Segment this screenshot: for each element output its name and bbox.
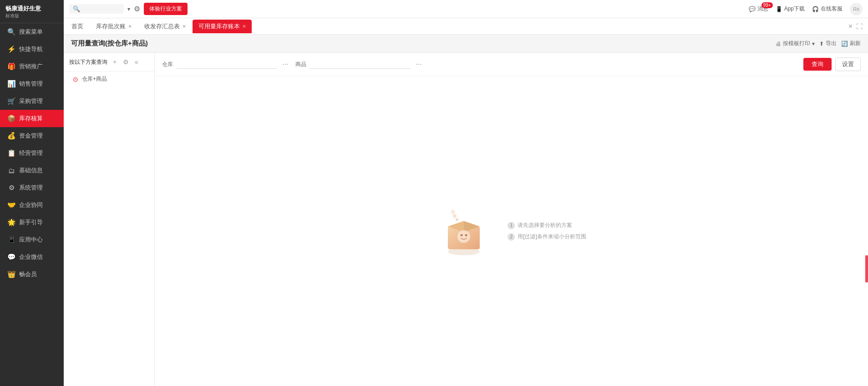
operations-icon: 📋 (7, 149, 15, 157)
member-icon: 👑 (7, 270, 15, 278)
message-badge: 99+ (761, 2, 773, 8)
close-all-icon[interactable]: × (848, 22, 853, 31)
product-label: 商品 (295, 61, 306, 68)
refresh-button[interactable]: 🔄 刷新 (841, 40, 861, 47)
sidebar-item-appcenter[interactable]: 📱 应用中心 (0, 231, 64, 248)
sidebar-item-label: 资金管理 (19, 132, 43, 140)
filter-header-text: 按以下方案查询 (69, 58, 107, 66)
app-download-icon: 📱 (776, 6, 782, 12)
sidebar-item-basic[interactable]: 🗂 基础信息 (0, 162, 64, 179)
hint-number-2: 2 (508, 233, 515, 241)
user-avatar[interactable]: Rit (850, 3, 863, 15)
sidebar-item-label: 营销推广 (19, 62, 43, 71)
wechat-icon: 💬 (7, 253, 15, 261)
product-more-button[interactable]: ··· (416, 60, 421, 68)
empty-hint-1: 1 请先选择要分析的方案 (508, 221, 586, 229)
tab-summary-close[interactable]: × (183, 23, 186, 30)
sidebar-item-label: 销售管理 (19, 80, 43, 88)
sidebar-item-label: 系统管理 (19, 184, 43, 192)
empty-hint-2: 2 用[过滤]条件来缩小分析范围 (508, 233, 586, 241)
system-icon: ⚙ (7, 184, 15, 192)
product-field: 商品 ··· (295, 60, 421, 69)
appcenter-icon: 📱 (7, 236, 15, 244)
filter-item-warehouse-product[interactable]: ⊙ 仓库+商品 (64, 72, 154, 87)
search-input[interactable] (82, 6, 118, 12)
query-button[interactable]: 查询 (803, 58, 832, 71)
app-title: 畅康通好生意 (5, 5, 58, 13)
print-dropdown-icon: ▾ (812, 41, 815, 47)
print-icon: 🖨 (776, 41, 781, 47)
page-actions: 🖨 按模板打印 ▾ ⬆ 导出 🔄 刷新 (776, 40, 861, 47)
sidebar-item-newguide[interactable]: 🌟 新手引导 (0, 214, 64, 231)
tab-batch-close[interactable]: × (128, 23, 132, 30)
sales-icon: 📊 (7, 80, 15, 88)
sidebar-item-label: 企业微信 (19, 253, 43, 261)
filter-settings-button[interactable]: ⚙ (121, 57, 130, 67)
tab-batch[interactable]: 库存批次账 × (90, 20, 137, 33)
sidebar-item-system[interactable]: ⚙ 系统管理 (0, 179, 64, 196)
quick-icon: ⚡ (7, 45, 15, 53)
purchase-icon: 🛒 (7, 97, 15, 105)
sidebar-item-quick[interactable]: ⚡ 快捷导航 (0, 41, 64, 58)
online-service-button[interactable]: 🎧 在线客服 (812, 5, 843, 13)
content-area: 按以下方案查询 ＋ ⚙ « ⊙ 仓库+商品 仓库 ··· (64, 53, 868, 386)
sidebar-item-enterprise[interactable]: 🤝 企业协同 (0, 196, 64, 214)
settings-button[interactable]: 设置 (835, 57, 861, 71)
sidebar-item-label: 搜索菜单 (19, 28, 43, 36)
app-download-label: App下载 (784, 5, 805, 13)
empty-illustration (437, 204, 491, 258)
sidebar-item-search[interactable]: 🔍 搜索菜单 (0, 23, 64, 41)
message-icon: 💬 (749, 6, 756, 12)
marketing-icon: 🎁 (7, 62, 15, 71)
right-scrollbar (865, 255, 868, 283)
sidebar-item-finance[interactable]: 💰 资金管理 (0, 127, 64, 144)
refresh-label: 刷新 (850, 40, 861, 47)
filter-item-label: 仓库+商品 (82, 75, 107, 83)
sidebar: 畅康通好生意 标准版 🔍 搜索菜单 ⚡ 快捷导航 🎁 营销推广 📊 销售管理 🛒… (0, 0, 64, 386)
finance-icon: 💰 (7, 132, 15, 140)
tab-summary-label: 收发存汇总表 (144, 22, 180, 31)
sidebar-item-inventory[interactable]: 📦 库存核算 (0, 110, 64, 127)
sidebar-item-label: 企业协同 (19, 201, 43, 209)
hint-number-1: 1 (508, 222, 515, 229)
message-button[interactable]: 💬 消息 99+ (749, 5, 768, 13)
filter-header-icons: ＋ ⚙ « (110, 57, 141, 67)
query-actions: 查询 设置 (803, 57, 861, 71)
sidebar-item-operations[interactable]: 📋 经营管理 (0, 144, 64, 162)
print-label: 按模板打印 (783, 40, 810, 47)
warehouse-label: 仓库 (162, 61, 173, 68)
tab-available[interactable]: 可用量库存账本 × (193, 20, 252, 33)
topbar-dropdown-button[interactable]: ▾ (127, 6, 130, 12)
refresh-icon: 🔄 (841, 41, 848, 47)
tab-summary[interactable]: 收发存汇总表 × (138, 20, 192, 33)
empty-state: 1 请先选择要分析的方案 2 用[过滤]条件来缩小分析范围 (155, 76, 868, 386)
sidebar-item-marketing[interactable]: 🎁 营销推广 (0, 58, 64, 75)
trial-button[interactable]: 体验行业方案 (144, 3, 188, 15)
gear-icon[interactable]: ⚙ (134, 5, 140, 13)
topbar: 🔍 ▾ ⚙ 体验行业方案 💬 消息 99+ 📱 App下载 🎧 在线客服 Rit (64, 0, 868, 18)
expand-icon[interactable]: ⛶ (856, 23, 863, 30)
tab-home[interactable]: 首页 (66, 20, 89, 33)
warehouse-input[interactable] (177, 60, 277, 69)
search-icon: 🔍 (7, 28, 15, 36)
print-button[interactable]: 🖨 按模板打印 ▾ (776, 40, 815, 47)
sidebar-item-sales[interactable]: 📊 销售管理 (0, 75, 64, 93)
product-input[interactable] (310, 60, 410, 69)
empty-content: 1 请先选择要分析的方案 2 用[过滤]条件来缩小分析范围 (437, 204, 586, 258)
enterprise-icon: 🤝 (7, 201, 15, 209)
tab-available-close[interactable]: × (243, 23, 246, 30)
sidebar-item-member[interactable]: 👑 畅会员 (0, 266, 64, 283)
filter-collapse-button[interactable]: « (132, 57, 141, 67)
filter-add-button[interactable]: ＋ (110, 57, 119, 67)
user-name: Rit (853, 6, 859, 12)
export-button[interactable]: ⬆ 导出 (819, 40, 837, 47)
sidebar-item-wechat[interactable]: 💬 企业微信 (0, 248, 64, 266)
sidebar-item-purchase[interactable]: 🛒 采购管理 (0, 93, 64, 110)
svg-point-8 (456, 218, 458, 221)
app-download-button[interactable]: 📱 App下载 (776, 5, 805, 13)
sidebar-item-label: 库存核算 (19, 114, 43, 123)
warehouse-more-button[interactable]: ··· (282, 60, 288, 68)
svg-point-6 (461, 234, 463, 237)
query-bar: 仓库 ··· 商品 ··· 查询 设置 (155, 53, 868, 76)
sidebar-item-label: 新手引导 (19, 218, 43, 226)
